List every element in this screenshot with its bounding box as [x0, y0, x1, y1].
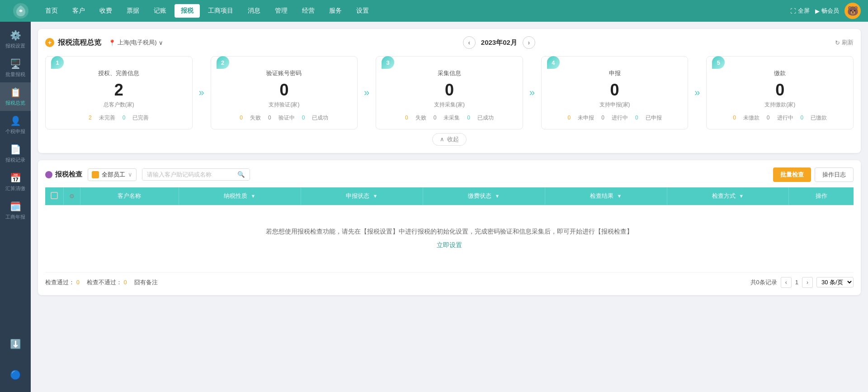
step-num-5: 5	[712, 56, 725, 69]
step-stats-5: 0 未缴款 0 进行中 0 已缴款	[733, 114, 827, 122]
filter-icon-method[interactable]: ▼	[739, 193, 744, 199]
sidebar-item-annual-report[interactable]: 🗓️ 工商年报	[0, 196, 31, 225]
stat-success-5[interactable]: 0	[801, 115, 804, 121]
sidebar-item-tax-overview[interactable]: 📋 报税总览	[0, 82, 31, 111]
stat-success-2[interactable]: 0	[302, 115, 305, 121]
filter-icon-result[interactable]: ▼	[617, 193, 622, 199]
overview-card: + 报税流程总览 📍 上海(电子税局) ∨ ‹ 2023年02月 › ↻	[38, 29, 861, 153]
next-month-btn[interactable]: ›	[523, 36, 535, 49]
check-pass-count[interactable]: 0	[76, 279, 80, 286]
date-navigation: ‹ 2023年02月 ›	[463, 36, 535, 49]
stat-success-3[interactable]: 0	[467, 115, 470, 121]
fullscreen-btn[interactable]: ⛶ 全屏	[790, 7, 810, 15]
stat-fail-1[interactable]: 2	[89, 115, 92, 121]
nav-item-服务[interactable]: 服务	[323, 4, 348, 18]
sidebar-item-tax-record[interactable]: 📄 报税记录	[0, 139, 31, 168]
plus-icon: +	[45, 38, 54, 47]
overview-title: + 报税流程总览	[45, 38, 101, 48]
col-tax-nature: 纳税性质 ▼	[179, 187, 301, 205]
stat-fail-3[interactable]: 0	[405, 115, 408, 121]
table-footer: 检查通过： 0 检查不通过： 0 囧有备注 共0条记录 ‹ 1 › 30 条/页	[45, 272, 854, 288]
step-count-5: 0	[775, 81, 784, 99]
nav-item-管理[interactable]: 管理	[269, 4, 294, 18]
check-fail-count[interactable]: 0	[123, 279, 127, 286]
nav-item-收费[interactable]: 收费	[93, 4, 118, 18]
search-button[interactable]: 🔍	[233, 169, 250, 180]
dropdown-icon: ∨	[128, 171, 132, 178]
sidebar-item-tax-settings[interactable]: ⚙️ 报税设置	[0, 25, 31, 54]
stat-mid-5[interactable]: 0	[767, 115, 770, 121]
settings-icon[interactable]: ⚙	[69, 193, 75, 200]
tax-record-icon: 📄	[10, 144, 21, 155]
empty-state-cell: 若您想使用报税检查功能，请先在【报税设置】中进行报税的初始化设置，完成密码验证和…	[45, 205, 854, 272]
location-badge[interactable]: 📍 上海(电子税局) ∨	[108, 38, 163, 47]
sidebar-item-annual-settlement[interactable]: 📅 汇算清缴	[0, 168, 31, 196]
filter-icon-pay[interactable]: ▼	[495, 193, 500, 199]
stat-mid-4[interactable]: 0	[601, 115, 604, 121]
col-pay-status: 缴费状态 ▼	[423, 187, 545, 205]
checkbox-col-header	[45, 187, 64, 205]
download-icon: ⬇️	[10, 339, 21, 349]
chevron-down-icon: ∨	[159, 39, 163, 46]
nav-item-记账[interactable]: 记账	[147, 4, 173, 18]
nav-right: ⛶ 全屏 ▶ 畅会员 🐻	[790, 3, 861, 19]
refresh-btn[interactable]: ↻ 刷新	[835, 38, 854, 47]
refresh-icon: ↻	[835, 39, 840, 46]
check-title-icon	[45, 171, 52, 178]
sidebar-item-help[interactable]: 🔵	[0, 361, 31, 388]
app-logo	[7, 3, 34, 19]
stat-success-4[interactable]: 0	[635, 115, 638, 121]
setup-link[interactable]: 立即设置	[437, 241, 462, 249]
nav-item-报税[interactable]: 报税	[175, 4, 200, 18]
stat-success-1[interactable]: 0	[123, 115, 126, 121]
check-header: 报税检查 全部员工 ∨ 🔍 批量检查 操作日志	[45, 167, 854, 182]
stat-fail-2[interactable]: 0	[240, 115, 243, 121]
filter-icon-tax-nature[interactable]: ▼	[250, 193, 255, 199]
nav-item-工商项目[interactable]: 工商项目	[202, 4, 240, 18]
step-num-2: 2	[217, 56, 229, 69]
annual-report-icon: 🗓️	[10, 201, 21, 212]
vip-btn[interactable]: ▶ 畅会员	[815, 7, 839, 15]
nav-item-客户[interactable]: 客户	[66, 4, 91, 18]
col-check-method: 检查方式 ▼	[667, 187, 789, 205]
search-input[interactable]	[142, 169, 233, 180]
nav-item-设置[interactable]: 设置	[350, 4, 375, 18]
collapse-btn[interactable]: ∧ 收起	[432, 133, 467, 146]
sidebar-item-personal-tax[interactable]: 👤 个税申报	[0, 111, 31, 139]
sidebar-item-batch-tax[interactable]: 🖥️ 批量报税	[0, 54, 31, 82]
step-stats-3: 0 失败 0 未采集 0 已成功	[405, 114, 494, 122]
batch-check-btn[interactable]: 批量检查	[773, 167, 811, 182]
employee-select[interactable]: 全部员工 ∨	[88, 168, 137, 181]
sidebar-item-download[interactable]: ⬇️	[0, 330, 31, 358]
nav-item-首页[interactable]: 首页	[39, 4, 64, 18]
nav-item-票据[interactable]: 票据	[120, 4, 146, 18]
filter-icon-declare[interactable]: ▼	[373, 193, 377, 199]
operation-log-btn[interactable]: 操作日志	[815, 167, 854, 182]
step-count-1: 2	[114, 81, 123, 99]
stat-fail-4[interactable]: 0	[568, 115, 571, 121]
per-page-select[interactable]: 30 条/页	[816, 277, 854, 287]
nav-item-消息[interactable]: 消息	[241, 4, 267, 18]
prev-month-btn[interactable]: ‹	[463, 36, 476, 49]
stat-mid-3[interactable]: 0	[434, 115, 437, 121]
check-title: 报税检查	[45, 170, 82, 179]
stat-mid-2[interactable]: 0	[268, 115, 271, 121]
step-card-1: 1 授权、完善信息 2 总客户数(家) 2 未完善 0 已完善	[45, 56, 193, 129]
next-page-btn[interactable]: ›	[802, 277, 813, 288]
prev-page-btn[interactable]: ‹	[781, 277, 792, 288]
select-all-checkbox[interactable]	[51, 192, 58, 199]
step-card-2: 2 验证账号密码 0 支持验证(家) 0 失败 0 验证中 0 已成功	[211, 56, 358, 129]
step-sub-3: 支持采集(家)	[434, 101, 465, 109]
stat-fail-5[interactable]: 0	[733, 115, 736, 121]
step-title-1: 授权、完善信息	[98, 69, 139, 77]
nav-item-经营[interactable]: 经营	[296, 4, 321, 18]
arrow-1: »	[193, 56, 211, 129]
footer-right: 共0条记录 ‹ 1 › 30 条/页	[750, 277, 854, 288]
user-avatar[interactable]: 🐻	[844, 3, 861, 19]
personal-tax-icon: 👤	[10, 115, 21, 126]
step-count-4: 0	[610, 81, 619, 99]
main-content: + 报税流程总览 📍 上海(电子税局) ∨ ‹ 2023年02月 › ↻	[31, 22, 868, 392]
table-wrapper: ⚙ 客户名称 纳税性质 ▼ 申报状态 ▼	[45, 187, 854, 272]
arrow-4: »	[688, 56, 706, 129]
help-icon: 🔵	[10, 369, 21, 380]
